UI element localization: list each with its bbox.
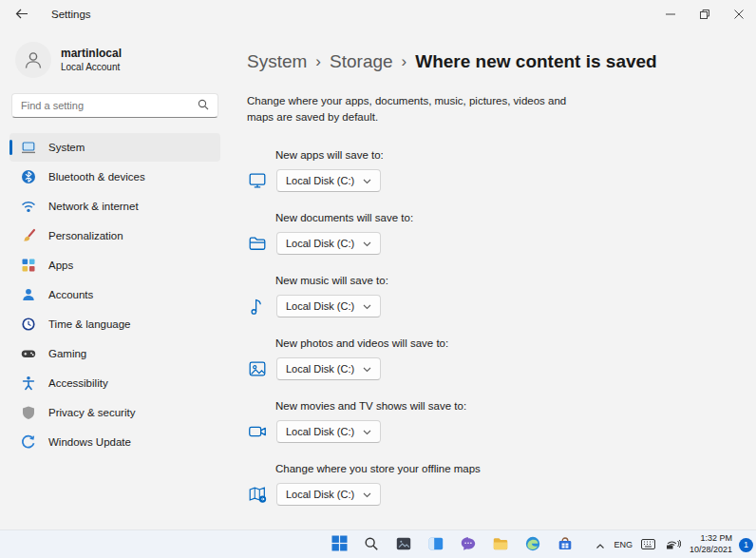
sidebar-item-apps[interactable]: Apps	[9, 251, 220, 279]
start-button[interactable]	[327, 533, 351, 556]
user-account[interactable]: martinlocal Local Account	[9, 34, 220, 93]
user-account-type: Local Account	[61, 61, 122, 73]
dropdown-value: Local Disk (C:)	[286, 363, 354, 375]
notification-badge[interactable]: 1	[739, 538, 753, 552]
search-box[interactable]	[11, 93, 218, 118]
search-icon	[198, 97, 209, 114]
page-description: Change where your apps, documents, music…	[247, 93, 581, 126]
sidebar-item-label: Windows Update	[48, 436, 131, 448]
sidebar-item-privacy[interactable]: Privacy & security	[9, 398, 220, 427]
settings-window: Settings martinlocal Local Account	[0, 0, 756, 558]
avatar	[15, 42, 51, 78]
back-button[interactable]	[9, 3, 34, 26]
network-volume-icon	[666, 538, 681, 552]
dropdown-value: Local Disk (C:)	[286, 489, 354, 500]
sidebar-item-label: Privacy & security	[48, 407, 135, 418]
breadcrumb-system[interactable]: System	[247, 51, 307, 72]
sidebar-item-label: Gaming	[48, 348, 86, 359]
sidebar-item-label: Apps	[48, 260, 73, 271]
task-view-button[interactable]	[424, 533, 448, 556]
restore-icon	[700, 8, 709, 22]
photos-app-button[interactable]	[391, 533, 416, 556]
offline-maps-dropdown[interactable]: Local Disk (C:)	[276, 483, 381, 506]
apps-save-section: New apps will save to: Local Disk (C:)	[247, 149, 737, 192]
network-icon	[21, 199, 36, 214]
sidebar-nav: System Bluetooth & devices Network & int…	[9, 133, 220, 456]
store-button[interactable]	[553, 533, 577, 556]
music-note-icon	[247, 296, 268, 317]
sidebar-item-accessibility[interactable]: Accessibility	[9, 369, 220, 397]
taskbar-search-button[interactable]	[359, 533, 384, 556]
chat-icon	[460, 535, 477, 555]
sidebar-item-time-language[interactable]: Time & language	[9, 310, 220, 338]
photos-save-dropdown[interactable]: Local Disk (C:)	[276, 357, 381, 380]
chat-button[interactable]	[456, 533, 481, 556]
minimize-button[interactable]	[653, 0, 688, 29]
taskbar-app-icons	[327, 530, 577, 558]
sidebar-item-label: System	[48, 142, 85, 153]
breadcrumb: System › Storage › Where new content is …	[247, 51, 737, 72]
music-save-section: New music will save to: Local Disk (C:)	[247, 275, 737, 317]
photos-save-section: New photos and videos will save to: Loca…	[247, 337, 737, 380]
time-language-icon	[21, 317, 36, 332]
new-apps-icon	[247, 170, 268, 191]
sidebar-item-label: Personalization	[48, 230, 123, 241]
music-save-dropdown[interactable]: Local Disk (C:)	[276, 295, 381, 317]
titlebar: Settings	[0, 0, 756, 29]
dropdown-value: Local Disk (C:)	[286, 238, 354, 249]
window-body: martinlocal Local Account System	[0, 29, 756, 529]
sidebar-item-label: Time & language	[48, 318, 131, 330]
close-icon	[734, 8, 744, 22]
network-volume-button[interactable]	[664, 536, 683, 554]
dropdown-value: Local Disk (C:)	[286, 300, 354, 312]
touch-keyboard-button[interactable]	[639, 536, 657, 554]
restore-button[interactable]	[688, 0, 722, 29]
sidebar-item-label: Accounts	[48, 289, 93, 300]
chevron-down-icon	[363, 300, 371, 312]
chevron-down-icon	[363, 238, 371, 249]
clock[interactable]: 1:32 PM 10/28/2021	[690, 533, 732, 555]
edge-icon	[524, 535, 541, 555]
search-icon	[364, 536, 379, 554]
documents-icon	[247, 233, 268, 254]
sidebar-item-personalization[interactable]: Personalization	[9, 221, 220, 250]
section-label: New apps will save to:	[275, 149, 737, 161]
hidden-icons-button[interactable]	[594, 536, 607, 554]
file-explorer-button[interactable]	[488, 533, 513, 556]
sidebar-item-accounts[interactable]: Accounts	[9, 280, 220, 309]
edge-button[interactable]	[520, 533, 545, 556]
maps-icon	[247, 484, 268, 505]
section-label: New movies and TV shows will save to:	[275, 400, 737, 412]
system-icon	[21, 140, 36, 155]
sidebar-item-windows-update[interactable]: Windows Update	[9, 428, 220, 456]
tray-date: 10/28/2021	[690, 545, 732, 556]
privacy-icon	[21, 405, 36, 420]
section-label: New photos and videos will save to:	[275, 337, 737, 349]
main-content: System › Storage › Where new content is …	[232, 29, 756, 529]
search-input[interactable]	[21, 100, 198, 111]
language-indicator[interactable]: ENG	[614, 540, 633, 549]
close-button[interactable]	[722, 0, 756, 29]
gaming-icon	[21, 346, 36, 361]
apps-save-dropdown[interactable]: Local Disk (C:)	[276, 169, 381, 192]
sidebar-item-system[interactable]: System	[9, 133, 220, 162]
offline-maps-section: Change where you store your offline maps…	[247, 463, 737, 506]
sidebar-item-gaming[interactable]: Gaming	[9, 339, 220, 368]
movies-save-section: New movies and TV shows will save to: Lo…	[247, 400, 737, 443]
selected-accent-bar	[9, 140, 12, 155]
chevron-down-icon	[363, 363, 371, 375]
sidebar: martinlocal Local Account System	[0, 29, 232, 529]
accounts-icon	[21, 287, 36, 302]
sidebar-item-network[interactable]: Network & internet	[9, 192, 220, 221]
chevron-up-icon	[595, 538, 605, 552]
documents-save-dropdown[interactable]: Local Disk (C:)	[276, 232, 381, 255]
chevron-down-icon	[363, 175, 371, 186]
breadcrumb-separator: ›	[315, 52, 321, 71]
movies-save-dropdown[interactable]: Local Disk (C:)	[276, 420, 381, 443]
page-title: Where new content is saved	[415, 51, 656, 72]
breadcrumb-storage[interactable]: Storage	[330, 51, 393, 72]
breadcrumb-separator: ›	[402, 52, 407, 71]
section-label: Change where you store your offline maps	[275, 463, 737, 474]
sidebar-item-bluetooth[interactable]: Bluetooth & devices	[9, 163, 220, 191]
photos-app-icon	[395, 535, 412, 555]
